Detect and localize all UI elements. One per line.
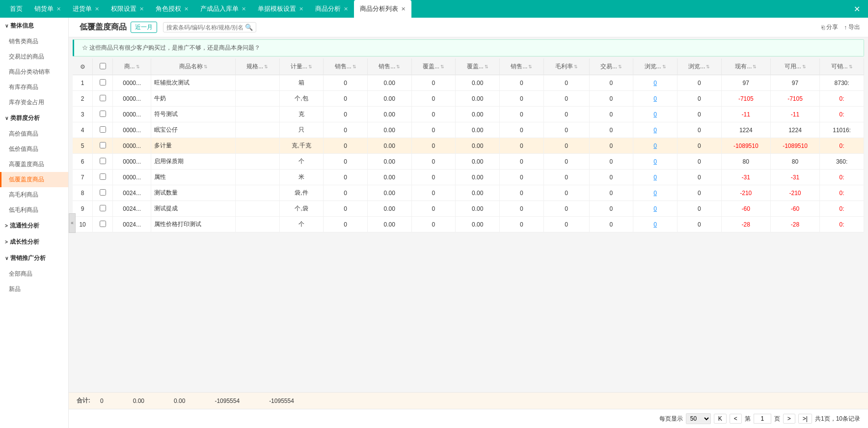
view-link[interactable]: 0 — [653, 95, 657, 102]
row-checkbox[interactable] — [93, 107, 113, 122]
page-number-input[interactable] — [754, 414, 771, 424]
row-checkbox[interactable] — [93, 201, 113, 217]
row-checkbox[interactable] — [93, 91, 113, 107]
sidebar-collapse-button[interactable]: « — [69, 213, 76, 233]
view-link[interactable]: 0 — [653, 174, 657, 181]
nav-close-icon[interactable]: ✕ — [139, 6, 144, 12]
row-view-a[interactable]: 0 — [633, 154, 678, 170]
cover-a-column-header[interactable]: 覆盖...⇅ — [411, 58, 456, 75]
view-link[interactable]: 0 — [653, 221, 657, 228]
checkbox-column-header[interactable] — [93, 58, 113, 75]
sidebar-section-overview[interactable]: ∨ 整体信息 — [0, 18, 68, 34]
nav-product-analysis[interactable]: 商品分析 ✕ — [309, 0, 354, 18]
share-button[interactable]: ⎗ 分享 — [821, 23, 838, 31]
sidebar-section-marketing-analysis[interactable]: ∨ 营销推广分析 — [0, 250, 68, 266]
nav-purchase-order[interactable]: 进货单 ✕ — [67, 0, 105, 18]
sidebar-item-high-margin[interactable]: 高毛利商品 — [0, 187, 68, 202]
filter-recent-month-button[interactable]: 近一月 — [131, 22, 157, 33]
sale-c-column-header[interactable]: 销售...⇅ — [500, 58, 544, 75]
nav-sales-order[interactable]: 销货单 ✕ — [28, 0, 67, 18]
page-size-select[interactable]: 50 20 100 — [686, 413, 711, 424]
sidebar-item-inventory-capital[interactable]: 库存资金占用 — [0, 95, 68, 110]
nav-close-icon[interactable]: ✕ — [95, 6, 99, 12]
nav-close-icon[interactable]: ✕ — [344, 6, 348, 12]
sale-qty-column-header[interactable]: 销售...⇅ — [324, 58, 368, 75]
view-link[interactable]: 0 — [653, 158, 657, 165]
sidebar-item-traded-goods[interactable]: 交易过的商品 — [0, 49, 68, 64]
settings-icon[interactable]: ⚙ — [80, 63, 85, 70]
row-gross-rate: 0 — [543, 185, 589, 201]
avail-stock-column-header[interactable]: 可用...⇅ — [770, 58, 819, 75]
gross-rate-column-header[interactable]: 毛利率⇅ — [543, 58, 589, 75]
trade-count-column-header[interactable]: 交易...⇅ — [589, 58, 633, 75]
view-b-column-header[interactable]: 浏览...⇅ — [677, 58, 721, 75]
sidebar-item-low-coverage[interactable]: 低覆盖度商品 — [0, 172, 68, 187]
nav-home[interactable]: 首页 — [4, 0, 28, 18]
sidebar-section-flow-analysis[interactable]: > 流通性分析 — [0, 218, 68, 234]
sidebar-item-all-goods[interactable]: 全部商品 — [0, 266, 68, 282]
row-checkbox[interactable] — [93, 122, 113, 138]
row-checkbox[interactable] — [93, 217, 113, 232]
sidebar-item-low-margin[interactable]: 低毛利商品 — [0, 202, 68, 218]
name-column-header[interactable]: 商品名称⇅ — [151, 58, 236, 75]
sidebar-section-growth-analysis[interactable]: > 成长性分析 — [0, 234, 68, 250]
view-link[interactable]: 0 — [653, 190, 657, 197]
row-view-a[interactable]: 0 — [633, 138, 678, 154]
row-view-a[interactable]: 0 — [633, 107, 678, 122]
nav-template-settings[interactable]: 单据模板设置 ✕ — [252, 0, 309, 18]
nav-close-icon[interactable]: ✕ — [242, 6, 246, 12]
select-all-checkbox[interactable] — [100, 63, 106, 69]
row-checkbox[interactable] — [93, 185, 113, 201]
search-icon[interactable]: 🔍 — [245, 24, 253, 31]
row-view-a[interactable]: 0 — [633, 170, 678, 185]
sidebar-item-sales-goods[interactable]: 销售类商品 — [0, 34, 68, 49]
row-checkbox[interactable] — [93, 170, 113, 185]
nav-close-icon[interactable]: ✕ — [299, 6, 303, 12]
nav-close-icon[interactable]: ✕ — [56, 6, 61, 12]
sidebar-section-cluster-analysis[interactable]: ∨ 类群度分析 — [0, 110, 68, 126]
row-view-a[interactable]: 0 — [633, 185, 678, 201]
view-link[interactable]: 0 — [653, 205, 657, 212]
close-all-tabs-button[interactable]: ✕ — [850, 4, 864, 14]
last-page-button[interactable]: >| — [798, 414, 812, 424]
sale-amt-column-header[interactable]: 销售...⇅ — [367, 58, 411, 75]
row-view-a[interactable]: 0 — [633, 75, 678, 91]
sale-stock-column-header[interactable]: 可销...⇅ — [820, 58, 864, 75]
settings-column-header[interactable]: ⚙ — [73, 58, 93, 75]
row-checkbox[interactable] — [93, 138, 113, 154]
row-view-a[interactable]: 0 — [633, 217, 678, 232]
code-column-header[interactable]: 商...⇅ — [113, 58, 151, 75]
view-link[interactable]: 0 — [653, 80, 657, 86]
sidebar-item-stocked-goods[interactable]: 有库存商品 — [0, 80, 68, 95]
nav-role-auth[interactable]: 角色授权 ✕ — [150, 0, 194, 18]
row-view-a[interactable]: 0 — [633, 201, 678, 217]
row-view-a[interactable]: 0 — [633, 91, 678, 107]
prev-page-button[interactable]: < — [730, 414, 742, 424]
sidebar-item-category-turnover[interactable]: 商品分类动销率 — [0, 64, 68, 80]
row-view-a[interactable]: 0 — [633, 122, 678, 138]
export-button[interactable]: ↑ 导出 — [844, 23, 860, 31]
nav-product-analysis-list[interactable]: 商品分析列表 ✕ — [354, 0, 411, 18]
row-avail-stock: -28 — [770, 217, 819, 232]
search-input[interactable] — [166, 24, 245, 31]
view-a-column-header[interactable]: 浏览...⇅ — [633, 58, 678, 75]
spec-column-header[interactable]: 规格...⇅ — [235, 58, 279, 75]
view-link[interactable]: 0 — [653, 143, 657, 149]
nav-close-icon[interactable]: ✕ — [184, 6, 189, 12]
nav-product-entry[interactable]: 产成品入库单 ✕ — [194, 0, 252, 18]
first-page-button[interactable]: K — [714, 414, 727, 424]
sidebar-item-low-value[interactable]: 低价值商品 — [0, 142, 68, 157]
sidebar-item-high-coverage[interactable]: 高覆盖度商品 — [0, 157, 68, 172]
sidebar-item-high-value[interactable]: 高价值商品 — [0, 126, 68, 142]
row-checkbox[interactable] — [93, 75, 113, 91]
next-page-button[interactable]: > — [783, 414, 795, 424]
view-link[interactable]: 0 — [653, 127, 657, 134]
sidebar-item-new-goods[interactable]: 新品 — [0, 282, 68, 297]
nav-permission-settings[interactable]: 权限设置 ✕ — [105, 0, 150, 18]
unit-column-header[interactable]: 计量...⇅ — [279, 58, 324, 75]
view-link[interactable]: 0 — [653, 111, 657, 118]
current-stock-column-header[interactable]: 现有...⇅ — [721, 58, 770, 75]
row-checkbox[interactable] — [93, 154, 113, 170]
cover-b-column-header[interactable]: 覆盖...⇅ — [456, 58, 500, 75]
nav-close-icon[interactable]: ✕ — [401, 6, 406, 12]
